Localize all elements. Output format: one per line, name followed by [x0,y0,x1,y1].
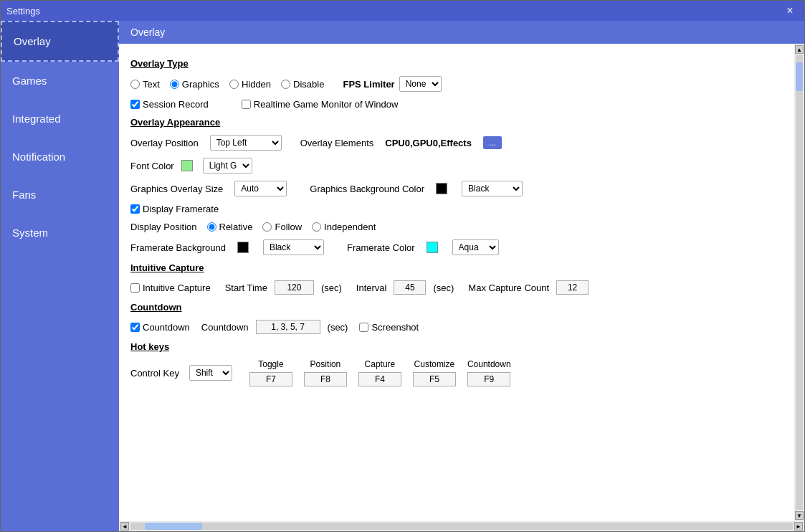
hotkey-toggle: Toggle [249,359,292,386]
start-time-input[interactable] [275,280,314,295]
radio-disable[interactable]: Disable [281,79,324,90]
overlay-position-select[interactable]: Top Left Top Right Bottom Left Bottom Ri… [210,135,282,151]
scrollbar-down-button[interactable]: ▼ [795,511,804,520]
framerate-bg-select[interactable]: Black White Dark Gray [263,239,324,255]
overlay-type-row: Text Graphics Hidden [130,76,783,92]
sidebar-item-system[interactable]: System [1,214,119,252]
sidebar-item-overlay[interactable]: Overlay [1,21,119,62]
overlay-position-row: Overlay Position Top Left Top Right Bott… [130,135,783,151]
scrollbar-hthumb[interactable] [145,523,202,530]
scrollbar-thumb[interactable] [796,62,803,91]
font-color-swatch [181,160,193,171]
graphics-row: Graphics Overlay Size Auto Small Medium … [130,181,783,196]
countdown-value-input[interactable] [256,320,320,334]
graphics-overlay-size-label: Graphics Overlay Size [130,184,223,194]
sidebar-item-notification[interactable]: Notification [1,138,119,176]
intuitive-capture-title: Intuitive Capture [130,262,783,273]
radio-follow[interactable]: Follow [262,222,302,232]
interval-input[interactable] [394,280,426,295]
scrollbar-htrack [130,523,793,530]
max-capture-input[interactable] [556,280,589,295]
overlay-type-title: Overlay Type [130,58,783,69]
settings-window: Settings × Overlay Games Integrated Noti… [0,0,805,532]
sidebar-item-fans[interactable]: Fans [1,176,119,214]
hotkey-countdown: Countdown [467,359,511,386]
radio-relative[interactable]: Relative [207,222,253,232]
overlay-elements-label: Overlay Elements [300,138,374,148]
display-position-label: Display Position [130,222,197,232]
framerate-bg-label: Framerate Background [130,242,226,253]
framerate-color-label: Framerate Color [347,242,415,253]
countdown-checkbox[interactable]: Countdown [130,322,190,333]
overlay-type-radio-group: Text Graphics Hidden [130,79,324,90]
toggle-key-input[interactable] [249,372,292,386]
position-key-input[interactable] [304,372,347,386]
capture-key-input[interactable] [358,372,401,386]
countdown-key-input[interactable] [467,372,510,386]
font-color-select[interactable]: Light G White Yellow Red [203,158,252,174]
control-key-label: Control Key [130,368,179,379]
display-framerate-row: Display Framerate [130,204,783,214]
overlay-elements-button[interactable]: ... [483,136,502,149]
window-title: Settings [6,6,40,16]
radio-text[interactable]: Text [130,79,160,90]
hotkey-capture: Capture [358,359,401,386]
countdown-title: Countdown [130,302,783,313]
overlay-elements-value: CPU0,GPU0,Effects [385,138,472,148]
framerate-color-select[interactable]: Aqua White Yellow Red [452,239,499,255]
graphics-bg-color-select[interactable]: Black White Dark Gray [462,181,523,196]
fps-limiter-label: FPS Limiter [343,79,394,90]
graphics-overlay-size-select[interactable]: Auto Small Medium Large [234,181,287,196]
right-scrollbar: ▲ ▼ [794,44,804,521]
framerate-bg-swatch [237,242,249,253]
radio-graphics[interactable]: Graphics [170,79,219,90]
interval-label: Interval [356,282,387,293]
start-time-label: Start Time [225,282,267,293]
hotkeys-title: Hot keys [130,341,783,352]
intuitive-capture-checkbox[interactable]: Intuitive Capture [130,282,211,293]
countdown-unit: (sec) [328,322,348,333]
hotkey-customize: Customize [413,359,456,386]
overlay-appearance-title: Overlay Appearance [130,117,783,128]
hotkeys-row: Control Key Shift Ctrl Alt Toggle [130,359,783,386]
content-header: Overlay [119,21,804,44]
sidebar: Overlay Games Integrated Notification Fa… [1,21,119,531]
close-button[interactable]: × [781,2,799,19]
interval-unit: (sec) [433,282,454,293]
framerate-color-row: Framerate Background Black White Dark Gr… [130,239,783,255]
control-key-select[interactable]: Shift Ctrl Alt [189,365,232,381]
scrollbar-track [796,55,803,510]
realtime-monitor-checkbox[interactable]: Realtime Game Monitor of Window [242,99,399,110]
framerate-color-swatch [427,242,438,253]
scrollbar-up-button[interactable]: ▲ [795,45,804,54]
hotkey-keys-group: Toggle Position Capture [249,359,511,386]
customize-key-input[interactable] [413,372,456,386]
max-capture-label: Max Capture Count [468,282,549,293]
font-color-label: Font Color [130,161,174,171]
bottom-scrollbar: ◄ ► [119,521,804,531]
overlay-position-label: Overlay Position [130,138,199,148]
radio-independent[interactable]: Independent [312,222,376,232]
sidebar-item-games[interactable]: Games [1,62,119,100]
display-position-row: Display Position Relative Follow Indepen… [130,222,783,232]
countdown-input-label: Countdown [201,322,249,333]
session-record-checkbox[interactable]: Session Record [130,99,209,110]
sidebar-item-integrated[interactable]: Integrated [1,100,119,138]
graphics-bg-color-swatch [436,183,447,194]
countdown-row: Countdown Countdown (sec) Screenshot [130,320,783,334]
scrollbar-right-button[interactable]: ► [794,522,803,531]
scrollbar-left-button[interactable]: ◄ [120,522,129,531]
content-body: Overlay Type Text Graphics [119,44,794,521]
intuitive-capture-row: Intuitive Capture Start Time (sec) Inter… [130,280,783,295]
font-color-row: Font Color Light G White Yellow Red [130,158,783,174]
fps-limiter-select[interactable]: None 30 60 120 [399,76,442,92]
session-record-row: Session Record Realtime Game Monitor of … [130,99,783,110]
start-time-unit: (sec) [321,282,342,293]
radio-hidden[interactable]: Hidden [229,79,271,90]
main-content: Overlay Games Integrated Notification Fa… [1,21,804,531]
screenshot-checkbox[interactable]: Screenshot [359,322,419,333]
title-bar: Settings × [1,1,804,21]
content-area: Overlay Overlay Type Text [119,21,804,531]
graphics-bg-color-label: Graphics Background Color [310,184,424,194]
display-framerate-checkbox[interactable]: Display Framerate [130,204,219,214]
